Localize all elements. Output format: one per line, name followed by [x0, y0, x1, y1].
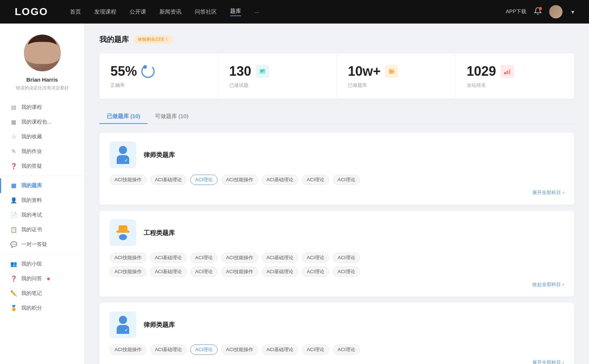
- user-dropdown-icon[interactable]: ▾: [571, 8, 574, 15]
- tab-item-已做题库 (10)[interactable]: 已做题库 (10): [99, 109, 148, 124]
- qbank-tag[interactable]: ACI基础理论: [262, 253, 299, 263]
- sidebar-item-label: 我的收藏: [21, 133, 42, 140]
- qbank-tag[interactable]: ACI基础理论: [262, 175, 299, 185]
- qbank-footer: 展开全部科目: [110, 189, 564, 196]
- sidebar-item-我的课程[interactable]: ▤ 我的课程: [0, 100, 84, 115]
- qbank-tag[interactable]: ACI技能操作: [221, 175, 258, 185]
- qbank-tag[interactable]: ACI基础理论: [150, 267, 187, 277]
- sidebar-item-我的问答[interactable]: ❓ 我的问答: [0, 271, 84, 286]
- stats-row: 55% 正确率 130 已做试题 10w+ 已做题库 1029 全站排名: [99, 53, 574, 99]
- avatar-image: [549, 5, 562, 18]
- engineer-face: [119, 234, 127, 240]
- sidebar-item-我的课程包...[interactable]: ▦ 我的课程包...: [0, 115, 84, 129]
- qbank-tag[interactable]: ACI基础理论: [262, 345, 299, 355]
- stat-card-2: 10w+ 已做题库: [337, 53, 456, 99]
- svg-rect-1: [260, 70, 265, 71]
- sidebar-item-我的笔记[interactable]: ✏️ 我的笔记: [0, 286, 84, 301]
- lawyer-head: [119, 146, 127, 154]
- qbank-tag[interactable]: ACI理论: [190, 345, 218, 355]
- qbank-tag[interactable]: ACI技能操作: [221, 253, 258, 263]
- expand-link[interactable]: 展开全部科目: [532, 359, 564, 364]
- sidebar-item-我的考试[interactable]: 📄 我的考试: [0, 208, 84, 222]
- page-title: 我的题库: [99, 35, 129, 44]
- sidebar-divider: [0, 254, 84, 254]
- qbank-tag[interactable]: ACI理论: [333, 267, 360, 277]
- engineer-icon: [116, 225, 130, 240]
- qbank-tag[interactable]: ACI技能操作: [110, 253, 147, 263]
- svg-rect-2: [260, 71, 263, 72]
- nav-item-题库[interactable]: 题库: [230, 8, 241, 16]
- nav-item-问答社区[interactable]: 问答社区: [195, 8, 217, 15]
- qbank-name: 工程类题库: [144, 229, 175, 237]
- sidebar-item-label: 我的积分: [21, 305, 42, 311]
- engineer-hat-top: [119, 225, 127, 231]
- qbank-tag[interactable]: ACI理论: [190, 267, 218, 277]
- qbank-tag[interactable]: ACI技能操作: [221, 345, 258, 355]
- qbank-tag[interactable]: ACI理论: [302, 175, 329, 185]
- user-name: Brian Harris: [27, 76, 58, 83]
- sidebar-item-我的小组[interactable]: 👥 我的小组: [0, 257, 84, 271]
- sidebar-item-label: 我的小组: [21, 261, 42, 267]
- qbank-tags-row1: ACI技能操作ACI基础理论ACI理论ACI技能操作ACI基础理论ACI理论AC…: [110, 253, 564, 263]
- questions-done-icon: [256, 65, 269, 78]
- stat-card-1: 130 已做试题: [218, 53, 337, 99]
- sidebar-item-我的作业[interactable]: ✎ 我的作业: [0, 144, 84, 159]
- qbank-icon-wrap: ✓: [110, 311, 136, 338]
- expand-link[interactable]: 展开全部科目: [532, 189, 564, 196]
- sidebar-item-我的资料[interactable]: 👤 我的资料: [0, 193, 84, 208]
- notification-dot: [47, 278, 50, 280]
- qbank-header: ✓ 律师类题库: [110, 311, 564, 338]
- sidebar-item-我的积分[interactable]: 🏅 我的积分: [0, 301, 84, 315]
- qbank-footer: 收起全部科目 ›: [110, 281, 564, 288]
- doc-icon: 📄: [10, 212, 17, 218]
- qbank-tag[interactable]: ACI理论: [333, 175, 360, 185]
- nav-item-首页[interactable]: 首页: [70, 8, 81, 15]
- sidebar-divider: [0, 176, 84, 176]
- qbank-tag[interactable]: ACI技能操作: [221, 267, 258, 277]
- sidebar-item-我的答疑[interactable]: ❓ 我的答疑: [0, 159, 84, 174]
- qbank-tag[interactable]: ACI基础理论: [150, 175, 187, 185]
- user-avatar[interactable]: [549, 5, 562, 18]
- qbank-tag[interactable]: ACI技能操作: [110, 175, 147, 185]
- sidebar-item-label: 我的答疑: [21, 163, 42, 169]
- tab-item-可做题库 (10)[interactable]: 可做题库 (10): [148, 109, 196, 124]
- qbank-tags-row2: ACI技能操作ACI基础理论ACI理论ACI技能操作ACI基础理论ACI理论AC…: [110, 267, 564, 277]
- avatar-image: [24, 35, 61, 71]
- sidebar-item-一对一答疑[interactable]: 💬 一对一答疑: [0, 237, 84, 252]
- sidebar: Brian Harris 错误的决定比没有决定要好 ▤ 我的课程 ▦ 我的课程包…: [0, 24, 85, 364]
- file-icon: ▤: [10, 104, 17, 111]
- qbank-tag[interactable]: ACI基础理论: [262, 267, 299, 277]
- nav-item-新闻资讯[interactable]: 新闻资讯: [159, 8, 181, 15]
- user-group-icon: 👤: [10, 197, 17, 204]
- notification-bell[interactable]: [534, 7, 542, 17]
- qbank-tag[interactable]: ACI基础理论: [150, 345, 187, 355]
- group-icon: 👥: [10, 261, 17, 267]
- qbank-tag[interactable]: ACI技能操作: [110, 267, 147, 277]
- collapse-link[interactable]: 收起全部科目 ›: [532, 281, 564, 288]
- qbank-tag[interactable]: ACI基础理论: [150, 253, 187, 263]
- qbank-tag[interactable]: ACI理论: [333, 345, 360, 355]
- qbank-info: 律师类题库: [144, 321, 175, 329]
- nav-item-公开课[interactable]: 公开课: [130, 8, 146, 15]
- sidebar-item-我的证书[interactable]: 📋 我的证书: [0, 222, 84, 237]
- nav-item-···[interactable]: ···: [254, 9, 259, 15]
- sidebar-item-label: 我的笔记: [21, 290, 42, 297]
- sidebar-item-我的题库[interactable]: ▦ 我的题库: [0, 178, 84, 193]
- stat-card-0: 55% 正确率: [99, 53, 218, 99]
- nav-menu: 首页发现课程公开课新闻资讯问答社区题库···: [70, 8, 506, 16]
- sidebar-item-label: 我的问答: [21, 275, 42, 282]
- qbank-tag[interactable]: ACI理论: [302, 253, 329, 263]
- stat-label: 已做题库: [348, 82, 444, 89]
- qbank-tag[interactable]: ACI理论: [190, 253, 218, 263]
- svg-rect-8: [507, 71, 508, 74]
- app-download-link[interactable]: APP下载: [506, 8, 526, 15]
- sidebar-item-label: 我的证书: [21, 226, 42, 233]
- qbank-tag[interactable]: ACI理论: [302, 267, 329, 277]
- qbank-tag[interactable]: ACI理论: [333, 253, 360, 263]
- nav-item-发现课程[interactable]: 发现课程: [94, 8, 116, 15]
- sidebar-item-我的收藏[interactable]: ☆ 我的收藏: [0, 129, 84, 144]
- navbar: LOGO 首页发现课程公开课新闻资讯问答社区题库··· APP下载 ▾: [0, 0, 589, 24]
- qbank-tag[interactable]: ACI技能操作: [110, 345, 147, 355]
- qbank-tag[interactable]: ACI理论: [302, 345, 329, 355]
- qbank-tag[interactable]: ACI理论: [190, 175, 218, 185]
